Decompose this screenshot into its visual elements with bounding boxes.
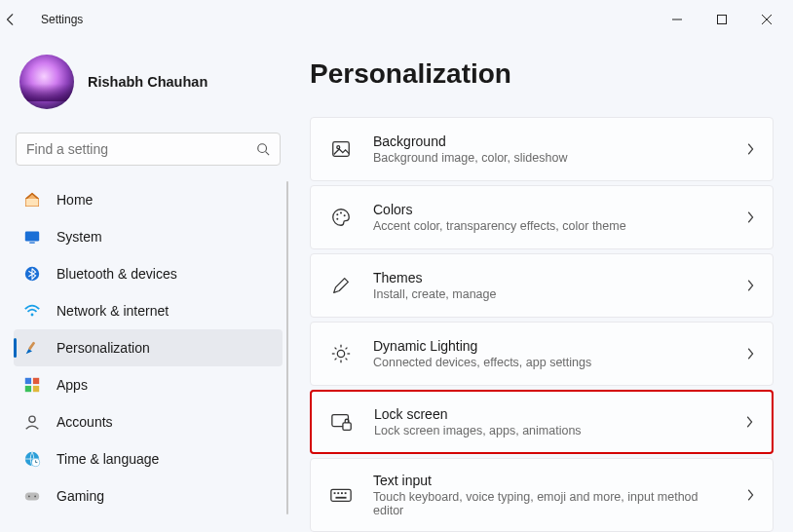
card-subtitle: Connected devices, effects, app settings: [373, 356, 726, 369]
card-title: Themes: [373, 270, 726, 285]
svg-point-20: [34, 496, 36, 498]
svg-rect-37: [343, 423, 351, 430]
svg-rect-43: [335, 497, 346, 499]
nav-item-label: Bluetooth & devices: [57, 266, 177, 282]
nav-item-gaming[interactable]: Gaming: [14, 477, 283, 514]
username: Rishabh Chauhan: [88, 74, 208, 90]
page-title: Personalization: [310, 58, 774, 90]
card-title: Background: [373, 133, 726, 149]
sidebar: Rishabh Chauhan Home System: [0, 39, 292, 532]
window-controls: [655, 4, 789, 35]
card-title: Lock screen: [374, 406, 725, 422]
svg-rect-21: [333, 142, 350, 157]
nav-item-label: Personalization: [57, 340, 150, 356]
minimize-button[interactable]: [655, 4, 699, 35]
card-subtitle: Touch keyboard, voice typing, emoji and …: [373, 490, 726, 517]
keyboard-icon: [328, 485, 354, 505]
chevron-right-icon: [745, 488, 755, 502]
nav-item-label: Apps: [57, 377, 88, 393]
svg-point-25: [344, 214, 346, 216]
svg-rect-13: [33, 386, 39, 392]
nav-item-network[interactable]: Network & internet: [14, 292, 283, 329]
nav-item-label: Home: [57, 192, 93, 208]
svg-rect-42: [345, 492, 347, 494]
card-subtitle: Install, create, manage: [373, 287, 726, 301]
card-subtitle: Background image, color, slideshow: [373, 151, 726, 165]
picture-icon: [328, 138, 354, 160]
profile[interactable]: Rishabh Chauhan: [14, 39, 283, 133]
card-title: Colors: [373, 202, 726, 217]
nav-item-system[interactable]: System: [14, 218, 283, 255]
chevron-right-icon: [745, 142, 755, 156]
svg-line-32: [335, 348, 337, 350]
card-colors[interactable]: Colors Accent color, transparency effect…: [310, 185, 774, 249]
scrollbar[interactable]: [286, 181, 288, 514]
avatar: [19, 55, 74, 109]
card-title: Dynamic Lighting: [373, 338, 726, 354]
nav-item-bluetooth[interactable]: Bluetooth & devices: [14, 255, 283, 292]
nav-item-label: Gaming: [57, 488, 104, 504]
svg-line-34: [335, 359, 337, 361]
main-content: Personalization Background Background im…: [292, 39, 793, 532]
svg-line-35: [346, 348, 348, 350]
pen-icon: [328, 275, 354, 296]
home-icon: [23, 191, 41, 209]
nav-item-home[interactable]: Home: [14, 181, 283, 218]
chevron-right-icon: [745, 279, 755, 292]
svg-rect-9: [28, 341, 35, 350]
clock-globe-icon: [23, 450, 41, 468]
chevron-right-icon: [745, 347, 755, 361]
card-text-input[interactable]: Text input Touch keyboard, voice typing,…: [310, 458, 774, 532]
system-icon: [23, 228, 41, 246]
search-input[interactable]: [26, 141, 256, 157]
lock-screen-icon: [329, 411, 355, 433]
person-icon: [23, 413, 41, 431]
svg-point-24: [340, 211, 342, 213]
back-button[interactable]: [4, 13, 41, 26]
svg-rect-38: [331, 489, 351, 501]
svg-rect-4: [26, 199, 39, 206]
nav-list: Home System Bluetooth & devices Network …: [14, 181, 283, 514]
svg-rect-41: [341, 492, 343, 494]
brightness-icon: [328, 343, 354, 364]
maximize-button[interactable]: [699, 4, 744, 35]
paintbrush-icon: [23, 339, 41, 357]
card-lock-screen[interactable]: Lock screen Lock screen images, apps, an…: [310, 390, 774, 454]
svg-rect-12: [25, 386, 31, 392]
gamepad-icon: [23, 487, 41, 505]
wifi-icon: [23, 302, 41, 320]
svg-point-8: [31, 314, 34, 317]
svg-line-33: [346, 359, 348, 361]
card-title: Text input: [373, 473, 726, 488]
nav-item-accounts[interactable]: Accounts: [14, 403, 283, 440]
svg-rect-1: [718, 16, 727, 24]
nav-item-label: Network & internet: [57, 303, 169, 319]
card-subtitle: Lock screen images, apps, animations: [374, 424, 725, 437]
close-button[interactable]: [744, 4, 789, 35]
svg-point-14: [29, 416, 35, 422]
window-title: Settings: [41, 13, 83, 26]
nav-item-personalization[interactable]: Personalization: [14, 329, 283, 366]
search-icon: [256, 142, 270, 156]
svg-point-22: [337, 146, 340, 149]
search-box[interactable]: [16, 133, 281, 166]
nav-item-apps[interactable]: Apps: [14, 366, 283, 403]
svg-rect-10: [25, 378, 31, 384]
svg-point-23: [336, 213, 338, 215]
card-dynamic-lighting[interactable]: Dynamic Lighting Connected devices, effe…: [310, 322, 774, 386]
nav-item-label: Time & language: [57, 451, 159, 467]
svg-line-3: [266, 152, 270, 156]
palette-icon: [328, 207, 354, 228]
nav-item-label: System: [57, 229, 102, 245]
nav-item-time[interactable]: Time & language: [14, 440, 283, 477]
apps-icon: [23, 376, 41, 394]
settings-card-list: Background Background image, color, slid…: [310, 117, 774, 532]
svg-rect-39: [334, 492, 336, 494]
svg-rect-18: [25, 492, 39, 500]
svg-rect-5: [25, 232, 39, 242]
svg-point-26: [336, 218, 338, 220]
svg-point-27: [337, 350, 344, 357]
chevron-right-icon: [745, 210, 755, 224]
card-background[interactable]: Background Background image, color, slid…: [310, 117, 774, 181]
card-themes[interactable]: Themes Install, create, manage: [310, 253, 774, 318]
